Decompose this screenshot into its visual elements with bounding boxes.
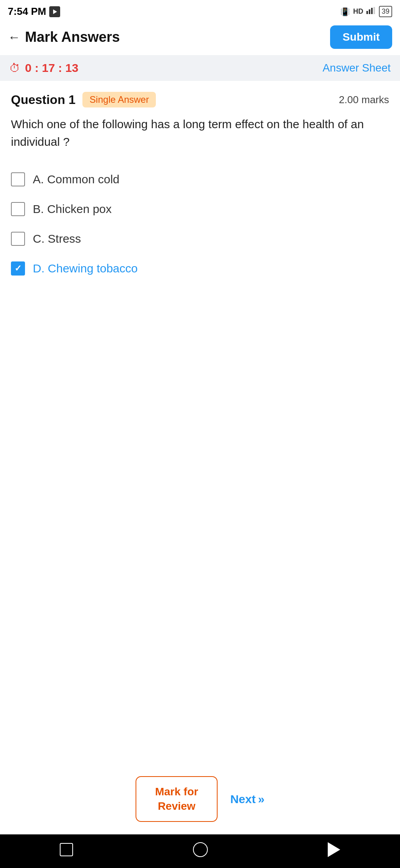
svg-rect-1: [366, 11, 368, 14]
nav-back-button[interactable]: [193, 842, 208, 857]
page-title: Mark Answers: [25, 29, 120, 45]
question-header-left: Question 1 Single Answer: [11, 92, 156, 107]
square-icon: [60, 843, 73, 856]
svg-rect-2: [369, 9, 370, 14]
signal-icon: [366, 7, 376, 16]
back-button[interactable]: ←: [8, 30, 20, 45]
circle-icon: [193, 842, 208, 857]
answer-sheet-link[interactable]: Answer Sheet: [323, 62, 391, 74]
svg-rect-3: [371, 8, 373, 14]
options-list: A. Common cold B. Chicken pox C. Stress …: [11, 165, 389, 283]
status-right: 📳 HD 39: [340, 6, 392, 17]
checkbox-a[interactable]: [11, 172, 25, 186]
next-button[interactable]: Next »: [230, 793, 264, 806]
option-a-text: A. Common cold: [33, 173, 120, 186]
nav-home-button[interactable]: [60, 843, 73, 856]
timer-left: ⏱ 0 : 17 : 13: [9, 61, 79, 75]
back-title-group: ← Mark Answers: [8, 29, 120, 45]
next-label: Next: [230, 793, 255, 806]
question-type-badge: Single Answer: [82, 92, 156, 107]
bottom-bar: Mark forReview Next »: [0, 767, 400, 834]
submit-button[interactable]: Submit: [330, 25, 392, 49]
checkbox-b[interactable]: [11, 202, 25, 216]
nav-bar: [0, 834, 400, 868]
status-left: 7:54 PM: [8, 5, 60, 18]
svg-rect-4: [373, 7, 375, 14]
option-c[interactable]: C. Stress: [11, 224, 389, 254]
checkbox-d[interactable]: [11, 261, 25, 276]
battery-indicator: 39: [379, 6, 392, 17]
triangle-icon: [328, 842, 340, 857]
status-bar: 7:54 PM 📳 HD 39: [0, 0, 400, 21]
nav-recent-button[interactable]: [328, 842, 340, 857]
option-b-text: B. Chicken pox: [33, 202, 112, 216]
option-b[interactable]: B. Chicken pox: [11, 194, 389, 224]
play-icon: [49, 6, 60, 17]
phone-screen: 7:54 PM 📳 HD 39 ←: [0, 0, 400, 834]
option-c-text: C. Stress: [33, 232, 81, 245]
next-chevron-icon: »: [258, 793, 264, 806]
question-number: Question 1: [11, 93, 75, 107]
option-d[interactable]: D. Chewing tobacco: [11, 254, 389, 283]
timer-bar: ⏱ 0 : 17 : 13 Answer Sheet: [0, 55, 400, 81]
checkbox-c[interactable]: [11, 232, 25, 246]
timer-display: 0 : 17 : 13: [25, 61, 79, 75]
vibrate-icon: 📳: [340, 7, 350, 16]
mark-for-review-button[interactable]: Mark forReview: [136, 776, 218, 822]
option-d-text: D. Chewing tobacco: [33, 262, 138, 275]
status-time: 7:54 PM: [8, 5, 46, 18]
question-text: Which one of the following has a long te…: [11, 115, 389, 150]
question-marks: 2.00 marks: [339, 94, 389, 106]
option-a[interactable]: A. Common cold: [11, 165, 389, 194]
clock-icon: ⏱: [9, 62, 20, 75]
question-header: Question 1 Single Answer 2.00 marks: [11, 92, 389, 107]
hd-icon: HD: [353, 7, 363, 16]
svg-marker-0: [53, 9, 57, 14]
top-bar: ← Mark Answers Submit: [0, 21, 400, 55]
question-area: Question 1 Single Answer 2.00 marks Whic…: [0, 81, 400, 767]
